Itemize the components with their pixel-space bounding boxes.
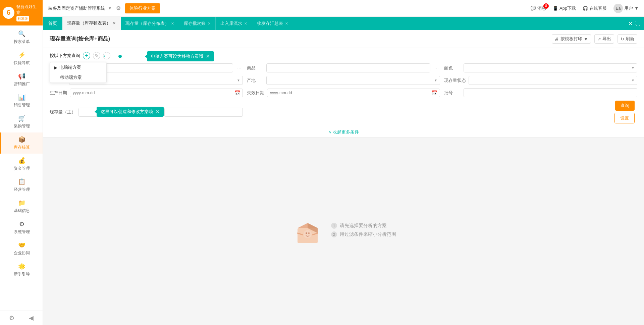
scheme-tooltip-close[interactable]: ✕ [206, 54, 210, 59]
tab-close-inventory-status[interactable]: ✕ [113, 21, 116, 25]
tab-close-in-out-flow[interactable]: ✕ [244, 21, 247, 26]
empty-state: 1 请先选择要分析的方案 2 用过滤条件来缩小分析范围 [43, 138, 644, 325]
sidebar-nav: 🔍 搜索菜单 ⚡ 快捷导航 📢 营销推广 📊 销售管理 🛒 采购管理 📦 库存核… [0, 25, 43, 311]
product-dots[interactable]: ··· [433, 65, 440, 71]
sidebar-item-search[interactable]: 🔍 搜索菜单 [0, 27, 43, 48]
tab-inventory-dist[interactable]: 现存量（库存分布表） ✕ [121, 17, 179, 30]
print-icon: 🖨 [555, 37, 559, 42]
scheme-tooltip: 电脑方案可设为移动方案哦 ✕ [147, 51, 214, 61]
expire-date-calendar-icon[interactable]: 📅 [432, 90, 437, 96]
tab-close-batch-ledger[interactable]: ✕ [208, 21, 211, 26]
print-btn[interactable]: 🖨 按模板打印 ▼ [552, 34, 591, 44]
topbar-system: 装备及固定资产辅助管理系统 ▼ ⚙ [48, 5, 121, 11]
sidebar-item-label: 新手引导 [14, 271, 30, 277]
sidebar-item-inventory[interactable]: 📦 库存核算 [0, 132, 43, 154]
quick-nav-icon: ⚡ [18, 51, 25, 59]
page-header: 现存量查询(按仓库+商品) 🖨 按模板打印 ▼ ↗ 导出 ↻ 刷新 [43, 30, 644, 48]
sidebar-item-marketing[interactable]: 📢 营销推广 [0, 69, 43, 90]
sidebar-item-enterprise[interactable]: 🤝 企业协同 [0, 238, 43, 259]
user-btn[interactable]: Ea 用户 ▼ [613, 4, 639, 13]
sidebar-item-system[interactable]: ⚙ 系统管理 [0, 217, 43, 238]
sidebar-item-purchase[interactable]: 🛒 采购管理 [0, 111, 43, 132]
filter-field-produce-date: 生产日期 📅 [50, 88, 243, 97]
filter-edit-btn[interactable]: ✎ [93, 52, 100, 59]
sidebar-item-label: 资金管理 [14, 166, 30, 171]
print-dropdown-icon: ▼ [584, 37, 588, 42]
expire-date-label: 失效日期 [247, 90, 264, 96]
message-badge: 8 [543, 3, 549, 9]
collapse-up-icon: ∧ [328, 129, 332, 134]
refresh-btn[interactable]: ↻ 刷新 [618, 34, 637, 44]
expire-date-wrap: 📅 [267, 89, 440, 97]
filter-add-btn[interactable]: + [83, 52, 90, 59]
empty-tip-2: 2 用过滤条件来缩小分析范围 [331, 231, 396, 237]
online-service-btn[interactable]: 🎧 在线客服 [583, 5, 607, 11]
app-download-btn[interactable]: 📱 App下载 [553, 5, 576, 11]
sidebar-item-quick-nav[interactable]: ⚡ 快捷导航 [0, 48, 43, 69]
export-btn[interactable]: ↗ 导出 [594, 34, 614, 44]
sidebar-item-finance[interactable]: 💰 资金管理 [0, 154, 43, 175]
user-avatar: Ea [613, 4, 623, 13]
system-name: 装备及固定资产辅助管理系统 [48, 5, 105, 11]
tab-close-all-icon[interactable]: ✕ [628, 20, 633, 27]
stock-status-select-wrap: ▼ [469, 76, 637, 85]
search-btn[interactable]: 查询 [615, 101, 635, 111]
sidebar-item-label: 企业协同 [14, 250, 30, 256]
sidebar-item-label: 基础信息 [14, 208, 30, 214]
origin-select[interactable] [266, 76, 440, 85]
sidebar-item-sales[interactable]: 📊 销售管理 [0, 90, 43, 111]
svg-point-3 [304, 230, 312, 238]
product-label: 商品 [247, 65, 264, 71]
solution-btn[interactable]: 体验行业方案 [125, 3, 160, 13]
batch-input[interactable] [464, 88, 637, 97]
produce-date-calendar-icon[interactable]: 📅 [234, 90, 240, 96]
tab-home[interactable]: 首页 [43, 17, 62, 30]
tab-inventory-status[interactable]: 现存量（库存状况表） ✕ [62, 17, 121, 30]
tab-recv-send[interactable]: 收发存汇总表 ✕ [252, 17, 293, 30]
stock-status-select[interactable] [469, 76, 637, 85]
sidebar-item-label: 营销推广 [14, 81, 30, 87]
settings-btn[interactable]: 设置 [614, 113, 635, 123]
sidebar-item-guide[interactable]: 🌟 新手引导 [0, 259, 43, 280]
stock-main-to[interactable] [164, 108, 243, 117]
sidebar-item-label: 快捷导航 [14, 60, 30, 66]
sidebar-item-basic[interactable]: 📁 基础信息 [0, 196, 43, 217]
filter-field-color: 颜色 ▼ [444, 63, 637, 72]
scheme-tree-mobile[interactable]: 移动端方案 [50, 72, 106, 83]
expire-date-input[interactable] [267, 89, 440, 97]
filter-row-2: 尺码 ▼ 产地 ▼ [50, 76, 637, 85]
settings-bottom-icon[interactable]: ⚙ [9, 314, 14, 322]
mobile-icon: 📱 [553, 6, 558, 11]
sidebar-item-operation[interactable]: 📋 经营管理 [0, 175, 43, 196]
topbar-gear-icon[interactable]: ⚙ [116, 5, 121, 11]
page-title: 现存量查询(按仓库+商品) [50, 36, 110, 43]
tab-fullscreen-icon[interactable]: ⛶ [635, 20, 641, 26]
tab-in-out-flow[interactable]: 出入库流水 ✕ [216, 17, 252, 30]
origin-label: 产地 [247, 77, 264, 84]
step-2-badge: 2 [331, 231, 337, 237]
system-dropdown-icon[interactable]: ▼ [108, 6, 112, 11]
tab-close-recv-send[interactable]: ✕ [285, 21, 288, 26]
produce-date-input[interactable] [70, 89, 243, 97]
color-select[interactable] [464, 63, 637, 72]
collapse-sidebar-icon[interactable]: ◀ [29, 314, 34, 322]
product-input[interactable] [266, 63, 430, 72]
tab-batch-ledger[interactable]: 库存批次账 ✕ [179, 17, 216, 30]
edit-tooltip-close[interactable]: ✕ [156, 109, 160, 114]
product-input-wrap [266, 63, 430, 72]
basic-icon: 📁 [18, 199, 25, 207]
filter-field-product: 商品 ··· [247, 63, 440, 72]
warehouse-dots[interactable]: ··· [236, 65, 243, 71]
filter-row-1: 按照仓 ··· 商品 ··· [50, 63, 637, 72]
system-icon: ⚙ [19, 220, 24, 228]
collapse-bar[interactable]: ∧ 收起更多条件 [50, 127, 637, 137]
tabbar: 首页 现存量（库存状况表） ✕ 现存量（库存分布表） ✕ 库存批次账 ✕ 出入库… [43, 17, 644, 30]
tab-close-inventory-dist[interactable]: ✕ [171, 21, 174, 26]
scheme-tree-pc[interactable]: ▶ 电脑端方案 [50, 62, 106, 72]
produce-date-label: 生产日期 [50, 90, 67, 96]
message-btn[interactable]: 💬 消息 8 [531, 5, 546, 11]
arrow-right-icon: ▶ [54, 65, 57, 70]
filter-arrow-btn[interactable]: ⟵ [103, 52, 110, 59]
filter-field-expire-date: 失效日期 📅 [247, 88, 440, 97]
empty-tips: 1 请先选择要分析的方案 2 用过滤条件来缩小分析范围 [331, 223, 396, 240]
